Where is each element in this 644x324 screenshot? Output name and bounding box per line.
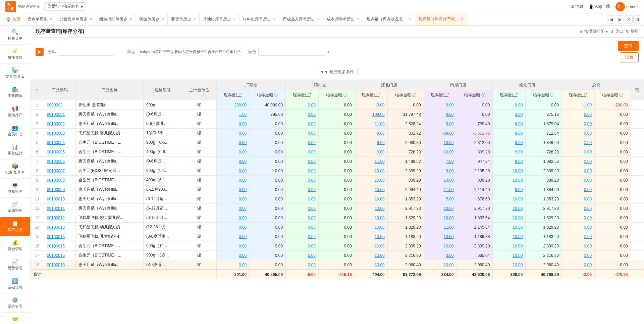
tab-home[interactable]: 🏠 首页 — [3, 13, 24, 26]
total-qty[interactable]: 0.00 — [562, 241, 595, 251]
refresh-button[interactable]: ↻ 刷新 — [626, 29, 639, 34]
product-code[interactable]: 0000003 — [44, 100, 75, 110]
sidebar-item-retail-mgmt[interactable]: 🏪 零售管理 ▲ — [0, 64, 30, 83]
factory-qty[interactable]: 0.00 — [217, 241, 250, 251]
nanan-qty[interactable]: 10.00 — [424, 138, 457, 147]
product-code[interactable]: 00100006 — [44, 157, 75, 166]
mocun-qty[interactable]: 0.00 — [286, 147, 319, 157]
sidebar-item-ecommerce[interactable]: 💻 电商管理 — [0, 179, 30, 198]
close-icon[interactable]: ✕ — [357, 17, 360, 21]
nanan-qty[interactable]: 9.00 — [424, 166, 457, 176]
nanan-qty[interactable]: 10.00 — [424, 176, 457, 185]
yubei-qty[interactable]: 10.00 — [493, 260, 526, 270]
total-qty[interactable]: 0.00 — [562, 147, 595, 157]
yubei-qty[interactable]: 10.00 — [493, 251, 526, 260]
total-qty[interactable]: 0.00 — [562, 204, 595, 213]
nanan-qty[interactable]: 10.00 — [424, 147, 457, 157]
total-qty[interactable]: 0.00 — [562, 110, 595, 119]
tab-stock-status[interactable]: 现存量（库存状况表） ✕ — [363, 13, 415, 26]
yubei-qty[interactable]: 3.00 — [493, 110, 526, 119]
mocun-qty[interactable]: 0.00 — [286, 213, 319, 223]
product-code[interactable]: 00100014 — [44, 232, 75, 241]
nanan-qty[interactable]: 10.00 — [424, 204, 457, 213]
product-code[interactable]: 00100007 — [44, 166, 75, 176]
product-code[interactable]: 00100012 — [44, 213, 75, 223]
yubei-qty[interactable]: 9.00 — [493, 185, 526, 194]
tab-cost-adjust[interactable]: 成本调整单历史 ✕ — [323, 13, 363, 26]
close-icon[interactable]: ✕ — [461, 17, 464, 21]
table-container[interactable]: ⚙ 商品编码 商品名称 规格型号 主计量单位 厂家仓 陌村仓 江北门店 南岸门店… — [30, 80, 644, 324]
gear-icon[interactable]: ⚙ — [35, 88, 39, 93]
factory-qty[interactable]: 1.00 — [217, 110, 250, 119]
jiangbei-qty[interactable]: 10.00 — [355, 185, 387, 194]
collapse-button[interactable]: ▶ — [36, 48, 44, 56]
industry-selector[interactable]: 母婴行业演示陈套 ▾ — [44, 2, 86, 11]
yubei-qty[interactable]: 0.00 — [493, 100, 526, 110]
yubei-qty[interactable]: 10.00 — [493, 204, 526, 213]
total-qty[interactable]: 0.00 — [562, 260, 595, 270]
sidebar-item-purchase[interactable]: 🛒 采购管理 — [0, 198, 30, 217]
factory-qty[interactable]: 0.00 — [217, 232, 250, 241]
nav-close-all-button[interactable]: ✕ — [625, 15, 633, 24]
sidebar-item-search[interactable]: 🔍 搜索英单 — [0, 26, 30, 45]
mocun-qty[interactable]: 0.00 — [286, 194, 319, 204]
tab-stock-distribution[interactable]: 现存量（库存分布表） ✕ — [415, 13, 467, 26]
yubei-qty[interactable]: 10.00 — [493, 241, 526, 251]
tab-transfer[interactable]: 调拨单历史 ✕ — [136, 13, 168, 26]
jiangbei-qty[interactable]: 10.00 — [355, 176, 387, 185]
goods-input[interactable] — [137, 48, 244, 55]
total-qty[interactable]: 0.00 — [562, 166, 595, 176]
sidebar-item-wholesale[interactable]: 📦 批发管理 ▼ — [0, 159, 30, 179]
tab-inventory-count[interactable]: 盘点单历史 ✕ — [24, 13, 56, 26]
factory-qty[interactable]: 200.00 — [217, 100, 250, 110]
tab-assembly[interactable]: 组装拆卸单历史 ✕ — [96, 13, 136, 26]
yubei-qty[interactable]: 6.00 — [493, 119, 526, 129]
mocun-qty[interactable]: 0.00 — [286, 119, 319, 129]
nanan-qty[interactable]: 0.00 — [424, 110, 457, 119]
mocun-qty[interactable]: 0.00 — [286, 100, 319, 110]
product-code[interactable]: 00100004 — [44, 138, 75, 147]
sidebar-item-marketing[interactable]: 📢 营销推广 — [0, 102, 30, 121]
product-code[interactable]: 00100018 — [44, 260, 75, 270]
total-qty[interactable]: 0.00 — [562, 119, 595, 129]
close-icon[interactable]: ✕ — [129, 17, 132, 21]
close-icon[interactable]: ✕ — [50, 17, 52, 21]
nanan-qty[interactable]: 10.00 — [424, 260, 457, 270]
sidebar-item-business[interactable]: 📈 经营管理 — [0, 255, 30, 274]
total-qty[interactable]: 0.00 — [562, 194, 595, 204]
sidebar-item-enterprise[interactable]: 🤝 企业协同 — [0, 313, 30, 324]
user-profile[interactable]: Ea demo2 — [615, 2, 639, 11]
close-icon[interactable]: ✕ — [317, 17, 320, 21]
mocun-qty[interactable]: 0.00 — [286, 251, 319, 260]
close-icon[interactable]: ✕ — [273, 17, 276, 21]
yubei-qty[interactable]: 8.00 — [493, 129, 526, 138]
factory-qty[interactable]: 0.00 — [217, 251, 250, 260]
tab-sub-count[interactable]: 分量盘点单历史 ✕ — [56, 13, 96, 26]
sidebar-item-inventory[interactable]: 📋 库存核算 — [0, 217, 30, 236]
close-icon[interactable]: ✕ — [90, 17, 92, 21]
setting-button[interactable]: 设置 — [620, 52, 639, 62]
jiangbei-qty[interactable]: 10.00 — [355, 213, 387, 223]
jiangbei-qty[interactable]: 11.00 — [355, 157, 387, 166]
nanan-qty[interactable]: 11.00 — [424, 223, 457, 232]
mocun-qty[interactable]: 0.00 — [286, 129, 319, 138]
mocun-qty[interactable]: 0.00 — [286, 110, 319, 119]
mocun-qty[interactable]: 0.00 — [286, 157, 319, 166]
mocun-qty[interactable]: 0.00 — [286, 260, 319, 270]
product-code[interactable]: 00100015 — [44, 241, 75, 251]
product-code[interactable]: 00100010 — [44, 194, 75, 204]
total-qty[interactable]: 0.00 — [562, 232, 595, 241]
yubei-qty[interactable]: 10.00 — [493, 213, 526, 223]
export-button[interactable]: ⬇ 导出 — [610, 29, 623, 34]
factory-qty[interactable]: 0.00 — [217, 260, 250, 270]
nanan-qty[interactable]: 10.00 — [424, 213, 457, 223]
nanan-qty[interactable]: 3.00 — [424, 251, 457, 260]
total-qty[interactable]: -1.00 — [562, 100, 595, 110]
total-qty[interactable]: 0.00 — [562, 129, 595, 138]
total-qty[interactable]: 0.00 — [562, 185, 595, 194]
yubei-qty[interactable]: 9.00 — [493, 147, 526, 157]
nanan-qty[interactable]: 3.00 — [424, 119, 457, 129]
product-code[interactable]: 00100011 — [44, 204, 75, 213]
tab-material-out[interactable]: 材料出库单历史 ✕ — [239, 13, 279, 26]
tab-order[interactable]: 要货单历史 ✕ — [168, 13, 200, 26]
